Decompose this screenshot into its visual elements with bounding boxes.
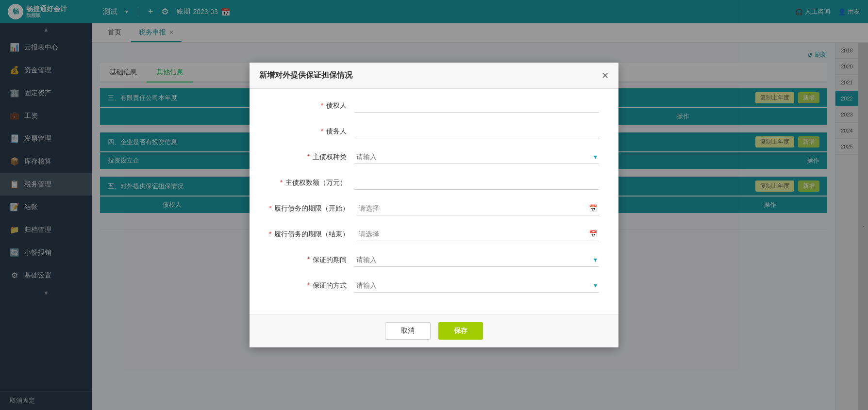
save-button[interactable]: 保存 [438,322,483,340]
required-star: * [321,101,323,109]
calendar-end-icon[interactable]: 📅 [589,230,597,238]
debtor-label-text: 债务人 [326,127,347,135]
guarantee-period-label-text: 保证的期间 [313,256,347,263]
required-star-6: * [269,230,271,238]
guarantee-period-select[interactable]: ▾ [354,253,599,267]
required-star-4: * [280,179,283,186]
chevron-down-icon-3: ▾ [594,281,597,289]
debtor-label: * 债务人 [269,127,347,136]
guarantee-method-label-text: 保证的方式 [313,281,347,289]
form-row-period-end: * 履行债务的期限（结束） 📅 [269,227,599,241]
chevron-down-icon: ▾ [594,153,597,161]
required-star-7: * [307,256,310,263]
required-star-3: * [307,153,310,161]
period-start-input[interactable] [359,204,589,212]
modal-body: * 债权人 * 债务人 * 主债权种类 [250,89,618,314]
chevron-down-icon-2: ▾ [594,256,597,263]
guarantee-period-label: * 保证的期间 [269,256,347,264]
required-star-2: * [321,127,323,135]
form-row-claim-amount: * 主债权数额（万元） [269,176,599,190]
guarantee-period-input[interactable] [356,256,594,263]
modal: 新增对外提供保证担保情况 ✕ * 债权人 * 债务人 [250,63,618,347]
creditor-label-text: 债权人 [326,101,347,109]
claim-amount-label-text: 主债权数额（万元） [285,179,347,186]
claim-type-label-text: 主债权种类 [313,153,347,161]
modal-close-button[interactable]: ✕ [601,71,609,80]
creditor-label: * 债权人 [269,101,347,110]
period-end-input[interactable] [359,230,589,238]
required-star-5: * [269,204,271,212]
claim-type-input[interactable] [356,153,594,161]
period-start-date[interactable]: 📅 [357,201,599,215]
period-end-label-text: 履行债务的期限（结束） [274,230,349,238]
required-star-8: * [307,281,310,289]
creditor-input[interactable] [354,98,599,113]
form-row-guarantee-method: * 保证的方式 ▾ [269,279,599,293]
form-row-creditor: * 债权人 [269,98,599,113]
modal-overlay[interactable]: 新增对外提供保证担保情况 ✕ * 债权人 * 债务人 [0,0,868,410]
period-end-label: * 履行债务的期限（结束） [269,230,349,239]
guarantee-method-label: * 保证的方式 [269,281,347,290]
claim-amount-label: * 主债权数额（万元） [269,179,347,187]
period-end-date[interactable]: 📅 [357,227,599,241]
guarantee-method-input[interactable] [356,281,594,289]
form-row-debtor: * 债务人 [269,124,599,138]
calendar-start-icon[interactable]: 📅 [589,204,597,212]
guarantee-method-select[interactable]: ▾ [354,279,599,293]
modal-header: 新增对外提供保证担保情况 ✕ [250,63,618,89]
cancel-button[interactable]: 取消 [385,322,431,340]
modal-footer: 取消 保存 [250,314,618,347]
claim-type-select[interactable]: ▾ [354,150,599,164]
period-start-label-text: 履行债务的期限（开始） [274,204,349,212]
form-row-guarantee-period: * 保证的期间 ▾ [269,253,599,267]
debtor-input[interactable] [354,124,599,138]
period-start-label: * 履行债务的期限（开始） [269,204,349,213]
form-row-period-start: * 履行债务的期限（开始） 📅 [269,201,599,215]
modal-title: 新增对外提供保证担保情况 [259,70,352,81]
claim-amount-input[interactable] [354,176,599,190]
form-row-claim-type: * 主债权种类 ▾ [269,150,599,164]
claim-type-label: * 主债权种类 [269,153,347,162]
